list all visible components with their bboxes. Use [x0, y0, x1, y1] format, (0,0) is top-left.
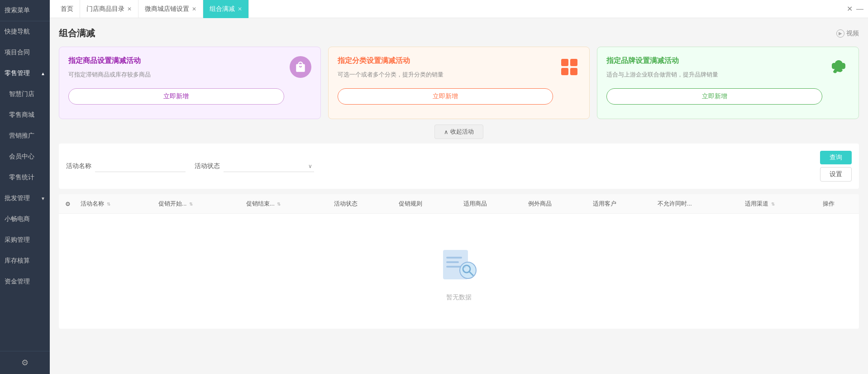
tab-combo-discount[interactable]: 组合满减 ✕: [203, 0, 249, 18]
sidebar-item-xiangmu[interactable]: 项目合同: [0, 42, 50, 63]
filter-status-select[interactable]: [224, 161, 314, 172]
tab-bar: 首页 门店商品目录 ✕ 微商城店铺设置 ✕ 组合满减 ✕ ✕ —: [50, 0, 868, 18]
filter-status-item: 活动状态 ∨: [195, 161, 314, 172]
sidebar-item-tongji[interactable]: 零售统计: [0, 167, 50, 188]
category-icon: [558, 56, 580, 78]
sidebar-item-zijin[interactable]: 资金管理: [0, 271, 50, 292]
close-icon[interactable]: ✕: [238, 6, 242, 12]
sidebar-item-label: 资金管理: [5, 278, 30, 286]
th-actions: 操作: [819, 194, 859, 214]
activity-card-category: 指定分类设置满减活动 可选一个或者多个分类，提升分类的销量 立即新增: [328, 47, 590, 119]
card-title-category: 指定分类设置满减活动: [338, 56, 581, 66]
sidebar-item-label: 零售商城: [9, 111, 34, 119]
gear-icon[interactable]: ⚙: [65, 201, 71, 207]
svg-rect-3: [570, 68, 577, 75]
th-exceptions: 例外商品: [525, 194, 589, 214]
sidebar-item-label: 采购管理: [5, 236, 30, 244]
svg-point-11: [464, 266, 466, 268]
empty-state: 暂无数据: [59, 214, 859, 329]
collapse-button[interactable]: ∧ 收起活动: [434, 125, 483, 139]
sidebar-item-label: 快捷导航: [5, 28, 30, 36]
add-category-activity-button[interactable]: 立即新增: [338, 88, 553, 105]
th-products: 适用商品: [460, 194, 525, 214]
data-table: ⚙ 活动名称 ⇅ 促销开始... ⇅ 促销结束... ⇅: [59, 194, 859, 329]
th-end: 促销结束... ⇅: [243, 194, 330, 214]
play-icon: ▶: [836, 29, 844, 38]
video-link[interactable]: ▶ 视频: [836, 29, 859, 38]
sidebar-item-huiyuan[interactable]: 会员中心: [0, 146, 50, 167]
filter-status-label: 活动状态: [195, 162, 220, 170]
th-rule: 促销规则: [395, 194, 460, 214]
sidebar-item-lingshou[interactable]: 零售管理 ▲: [0, 63, 50, 84]
sidebar-item-yingxiao[interactable]: 营销推广: [0, 125, 50, 146]
sidebar-item-kuaijie[interactable]: 快捷导航: [0, 21, 50, 42]
filter-row: 活动名称 活动状态 ∨ 查询 设置: [59, 144, 859, 189]
page-header: 组合满减 ▶ 视频: [59, 27, 859, 39]
close-icon[interactable]: ✕: [127, 6, 132, 12]
collapse-bar: ∧ 收起活动: [59, 125, 859, 139]
svg-rect-1: [570, 59, 577, 66]
filter-name-input[interactable]: [95, 161, 186, 172]
sidebar-item-kucun[interactable]: 库存核算: [0, 250, 50, 271]
brand-icon: [828, 56, 849, 78]
filter-buttons: 查询 设置: [820, 151, 852, 182]
tab-store-catalog[interactable]: 门店商品目录 ✕: [80, 0, 138, 18]
collapse-label: 收起活动: [450, 128, 474, 136]
tab-label: 组合满减: [210, 5, 235, 13]
sidebar-item-label: 项目合同: [5, 48, 30, 57]
card-desc-category: 可选一个或者多个分类，提升分类的销量: [338, 70, 581, 79]
close-icon[interactable]: ✕: [192, 6, 196, 12]
th-start: 促销开始... ⇅: [155, 194, 243, 214]
page-title: 组合满减: [59, 27, 95, 39]
add-product-activity-button[interactable]: 立即新增: [68, 88, 284, 105]
sort-icon[interactable]: ⇅: [771, 201, 775, 206]
setting-button[interactable]: 设置: [820, 167, 852, 182]
sidebar: 搜索菜单 快捷导航 项目合同 零售管理 ▲ 智慧门店 零售商城 营销推广 会员中…: [0, 0, 50, 374]
svg-rect-5: [446, 257, 462, 259]
sidebar-item-label: 营销推广: [9, 132, 34, 140]
query-button[interactable]: 查询: [820, 151, 852, 164]
svg-rect-6: [446, 261, 459, 263]
sort-icon[interactable]: ⇅: [189, 201, 193, 206]
add-brand-activity-button[interactable]: 立即新增: [606, 88, 822, 105]
collapse-arrow-icon: ∧: [444, 129, 448, 135]
tab-label: 微商城店铺设置: [145, 5, 189, 13]
main-area: 首页 门店商品目录 ✕ 微商城店铺设置 ✕ 组合满减 ✕ ✕ — 组合满减 ▶ …: [50, 0, 868, 374]
svg-rect-0: [561, 59, 568, 66]
filter-status-select-wrapper: ∨: [224, 161, 314, 172]
close-window-icon[interactable]: ✕: [847, 5, 853, 13]
settings-icon[interactable]: ⚙: [21, 358, 29, 368]
sidebar-item-label: 会员中心: [9, 153, 34, 161]
tab-label: 门店商品目录: [86, 5, 124, 13]
sidebar-item-label: 小畅电商: [5, 215, 30, 223]
activity-table: ⚙ 活动名称 ⇅ 促销开始... ⇅ 促销结束... ⇅: [59, 194, 859, 214]
card-title-brand: 指定品牌设置满减活动: [606, 56, 849, 66]
table-header-row: ⚙ 活动名称 ⇅ 促销开始... ⇅ 促销结束... ⇅: [59, 194, 859, 214]
activity-card-product: 指定商品设置满减活动 可指定滞销商品或库存较多商品 立即新增: [59, 47, 321, 119]
sidebar-bottom: ⚙: [0, 351, 50, 374]
empty-illustration: [436, 241, 482, 286]
sidebar-item-xiaochang[interactable]: 小畅电商: [0, 209, 50, 230]
svg-rect-2: [561, 68, 568, 75]
sidebar-item-label: 批发管理: [5, 194, 30, 202]
activity-cards: 指定商品设置满减活动 可指定滞销商品或库存较多商品 立即新增 指定分类设置满减活…: [59, 47, 859, 119]
sort-icon[interactable]: ⇅: [277, 201, 281, 206]
sidebar-item-zhihui[interactable]: 智慧门店: [0, 84, 50, 105]
sidebar-search[interactable]: 搜索菜单: [0, 0, 50, 21]
sort-icon[interactable]: ⇅: [107, 201, 110, 206]
content-area: 组合满减 ▶ 视频 指定商品设置满减活动 可指定滞销商品或库存较多商品 立即新增: [50, 18, 868, 374]
svg-point-8: [460, 262, 476, 278]
tab-home[interactable]: 首页: [54, 0, 80, 18]
filter-name-label: 活动名称: [66, 162, 91, 170]
sidebar-item-pifa[interactable]: 批发管理 ▼: [0, 188, 50, 209]
activity-card-brand: 指定品牌设置满减活动 适合与上游企业联合做营销，提升品牌销量 立即新增: [597, 47, 859, 119]
sidebar-item-label: 零售管理: [5, 69, 30, 77]
tab-window-controls: ✕ —: [847, 5, 863, 13]
sidebar-item-caigou[interactable]: 采购管理: [0, 230, 50, 250]
tab-micro-store[interactable]: 微商城店铺设置 ✕: [138, 0, 203, 18]
sidebar-item-shangcheng[interactable]: 零售商城: [0, 105, 50, 125]
th-gear: ⚙: [59, 194, 77, 214]
minimize-window-icon[interactable]: —: [856, 5, 863, 13]
sidebar-item-label: 零售统计: [9, 173, 34, 182]
chevron-down-icon: ▼: [41, 196, 45, 201]
